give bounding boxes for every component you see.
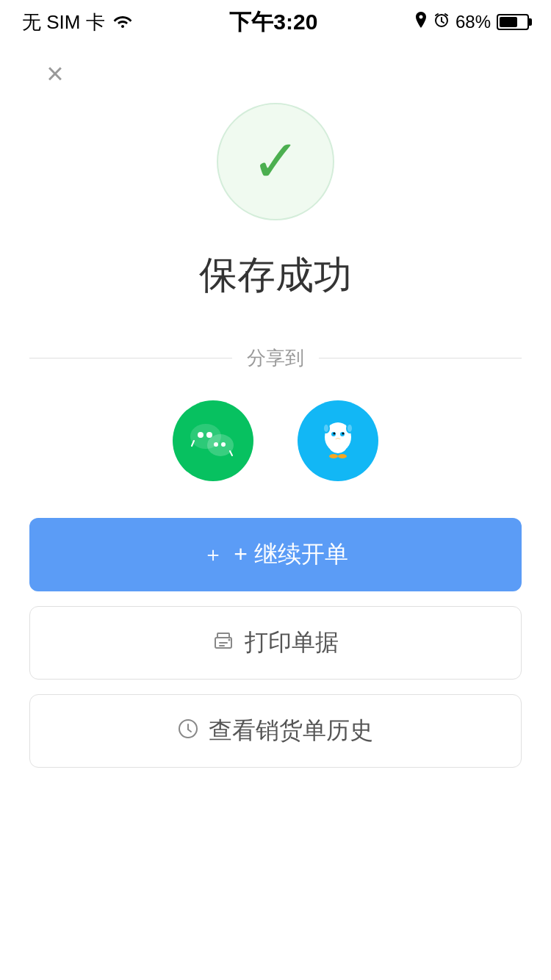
status-bar: 无 SIM 卡 下午3:20 68% xyxy=(0,0,551,44)
plus-icon: ＋ xyxy=(203,541,223,569)
svg-point-7 xyxy=(221,442,226,447)
svg-point-5 xyxy=(207,434,234,456)
svg-point-11 xyxy=(334,433,336,435)
svg-point-4 xyxy=(206,432,212,438)
wechat-share-button[interactable] xyxy=(173,400,253,481)
share-divider: 分享到 xyxy=(29,345,522,371)
svg-point-15 xyxy=(329,454,338,458)
main-content: 保存成功 分享到 xyxy=(0,44,551,768)
continue-button[interactable]: ＋ + 继续开单 xyxy=(29,518,522,591)
share-label: 分享到 xyxy=(247,345,304,371)
print-label: 打印单据 xyxy=(245,627,339,659)
svg-point-24 xyxy=(228,638,231,641)
svg-point-20 xyxy=(347,425,352,432)
status-left: 无 SIM 卡 xyxy=(22,10,133,35)
svg-rect-22 xyxy=(219,642,228,644)
time-display: 下午3:20 xyxy=(229,7,317,37)
close-icon: × xyxy=(46,59,63,88)
success-title: 保存成功 xyxy=(199,250,352,301)
clock-icon xyxy=(178,718,198,744)
history-button[interactable]: 查看销货单历史 xyxy=(29,694,522,768)
battery-icon xyxy=(497,14,529,30)
continue-label: + 继续开单 xyxy=(234,538,348,571)
svg-rect-23 xyxy=(219,645,225,646)
status-right: 68% xyxy=(414,12,529,32)
success-icon-container xyxy=(217,103,334,220)
wifi-icon xyxy=(112,11,133,34)
svg-point-6 xyxy=(214,442,218,447)
printer-icon xyxy=(212,630,234,656)
alarm-icon xyxy=(433,12,450,32)
location-icon xyxy=(414,12,428,32)
svg-point-14 xyxy=(329,439,347,453)
svg-point-18 xyxy=(324,425,328,432)
svg-point-12 xyxy=(342,433,345,435)
history-label: 查看销货单历史 xyxy=(209,715,373,747)
carrier-text: 无 SIM 卡 xyxy=(22,10,105,35)
qq-share-button[interactable] xyxy=(298,400,378,481)
checkmark-icon xyxy=(246,140,305,184)
print-button[interactable]: 打印单据 xyxy=(29,606,522,680)
close-button[interactable]: × xyxy=(37,55,73,92)
action-buttons: ＋ + 继续开单 打印单据 xyxy=(0,518,551,768)
svg-point-16 xyxy=(338,454,347,458)
share-icons xyxy=(29,400,522,481)
battery-percent: 68% xyxy=(455,12,491,32)
svg-point-3 xyxy=(198,432,204,438)
share-section: 分享到 xyxy=(0,345,551,481)
